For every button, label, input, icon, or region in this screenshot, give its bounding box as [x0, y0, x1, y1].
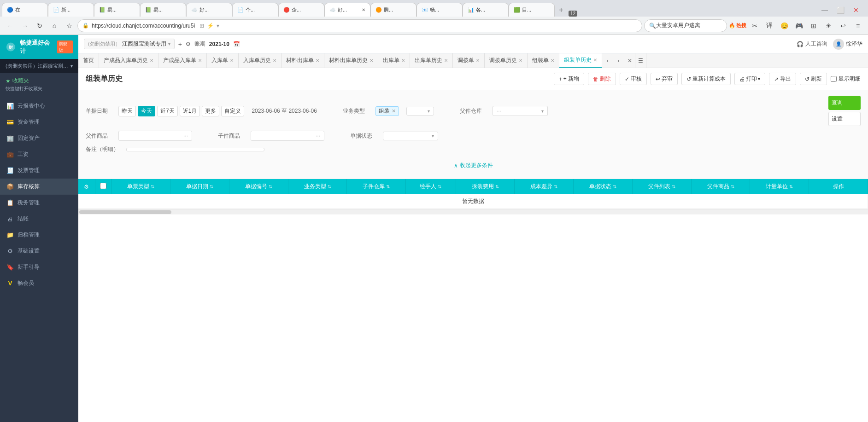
tab-transfer-close[interactable]: ✕	[476, 58, 480, 63]
export-button[interactable]: ↗ 导出	[769, 73, 796, 85]
browser-tab-6[interactable]: 📄 个...	[232, 3, 278, 17]
biz-type-dropdown[interactable]: ▾	[406, 107, 434, 116]
remarks-input[interactable]	[126, 148, 264, 151]
tab-prod-in-history[interactable]: 产成品入库单历史 ✕	[99, 53, 158, 68]
th-bill-date[interactable]: 单据日期 ⇅	[170, 179, 229, 194]
print-button[interactable]: 🖨 打印 ▾	[734, 73, 765, 85]
sidebar-item-assets[interactable]: 🏢 固定资产	[0, 130, 78, 146]
tab-close-current[interactable]: ✕	[624, 53, 635, 68]
tab-transfer-history-close[interactable]: ✕	[519, 58, 522, 63]
th-handler[interactable]: 经手人 ⇅	[406, 179, 456, 194]
help-button[interactable]: 🎧 人工咨询	[797, 40, 827, 48]
forward-button[interactable]: →	[18, 19, 31, 32]
th-bill-type[interactable]: 单票类型 ⇅	[111, 179, 170, 194]
browser-tab-7[interactable]: 🔴 企...	[278, 3, 324, 17]
tab-mat-out-history[interactable]: 材料出库单历史 ✕	[324, 53, 378, 68]
date-btn-today[interactable]: 今天	[138, 106, 155, 116]
tab-prod-in-close[interactable]: ✕	[198, 58, 202, 63]
date-btn-1month[interactable]: 近1月	[180, 106, 200, 116]
tab-out-history[interactable]: 出库单历史 ✕	[410, 53, 453, 68]
address-bar[interactable]: 🔒 https://cloud.chanjet.com/accounting/u…	[77, 19, 642, 32]
sidebar-item-payroll[interactable]: 💼 工资	[0, 146, 78, 162]
company-selector-sidebar[interactable]: (勿删勿禁用）江西服宝测试专用 ▾	[0, 59, 78, 73]
new-tab-button[interactable]: +	[555, 4, 568, 17]
horizontal-scrollbar[interactable]	[78, 209, 868, 214]
translate-tool[interactable]: 译	[763, 19, 776, 32]
th-biz-type[interactable]: 业务类型 ⇅	[288, 179, 347, 194]
th-bill-status[interactable]: 单据状态 ⇅	[574, 179, 633, 194]
maximize-btn[interactable]: ⬜	[834, 4, 847, 17]
tab-prod-in[interactable]: 产成品入库单 ✕	[158, 53, 207, 68]
tab-nav-prev[interactable]: ‹	[602, 53, 613, 68]
home-button[interactable]: ⌂	[48, 19, 61, 32]
quick-open-link[interactable]: 快捷键打开收藏夹	[6, 86, 73, 92]
show-detail-checkbox[interactable]	[831, 76, 837, 82]
tab-in-history[interactable]: 入库单历史 ✕	[239, 53, 282, 68]
tab-assembly[interactable]: 组装单 ✕	[528, 53, 559, 68]
tab-mat-out-close[interactable]: ✕	[316, 58, 319, 63]
company-selector-header[interactable]: (勿删勿禁用） 江西服宝测试专用 ▾	[84, 39, 175, 49]
dropdown-icon[interactable]: ▾	[217, 23, 219, 29]
tab-prod-in-history-close[interactable]: ✕	[150, 58, 153, 63]
settings-filter-button[interactable]: 设置	[828, 112, 861, 126]
column-settings-icon[interactable]: ⚙	[84, 184, 89, 190]
sidebar-item-member[interactable]: V 畅会员	[0, 275, 78, 291]
bookmark-title[interactable]: ★ 收藏夹	[6, 77, 73, 85]
th-parent-goods[interactable]: 父件商品 ⇅	[691, 179, 750, 194]
child-goods-input[interactable]: ···	[251, 131, 324, 141]
undo-tool[interactable]: ↩	[837, 19, 850, 32]
tab-transfer[interactable]: 调拨单 ✕	[453, 53, 485, 68]
browser-tab-12[interactable]: 🟩 目...	[509, 3, 555, 17]
browser-tab-2[interactable]: 📄 新...	[48, 3, 94, 17]
add-company-btn[interactable]: +	[178, 40, 182, 48]
sidebar-item-report[interactable]: 📊 云报表中心	[0, 98, 78, 114]
th-parent-list[interactable]: 父件列表 ⇅	[632, 179, 691, 194]
browser-tab-8[interactable]: ☁️ 好... ✕	[324, 3, 370, 17]
tab-mat-out[interactable]: 材料出库单 ✕	[282, 53, 324, 68]
tab-in-order[interactable]: 入库单 ✕	[207, 53, 239, 68]
th-checkbox[interactable]	[95, 179, 111, 194]
delete-button[interactable]: 🗑 删除	[588, 73, 616, 85]
tab-mat-out-history-close[interactable]: ✕	[369, 58, 373, 63]
qr-icon[interactable]: ⊞	[199, 23, 204, 29]
bill-status-dropdown[interactable]: ▾	[383, 132, 438, 140]
grid-tool[interactable]: ⊞	[807, 19, 820, 32]
parent-goods-input[interactable]: ···	[118, 131, 192, 141]
th-unit[interactable]: 计量单位 ⇅	[750, 179, 809, 194]
query-button[interactable]: 查询	[828, 96, 861, 110]
date-btn-7days[interactable]: 近7天	[157, 106, 178, 116]
browser-tab-1[interactable]: 🔵 在	[2, 3, 48, 17]
menu-tool[interactable]: ≡	[851, 19, 864, 32]
show-detail-checkbox-label[interactable]: 显示明细	[831, 75, 861, 83]
sidebar-item-settings[interactable]: ⚙ 基础设置	[0, 243, 78, 259]
minimize-btn[interactable]: —	[818, 4, 831, 17]
emoji-tool[interactable]: 😊	[778, 19, 791, 32]
browser-tab-3[interactable]: 📗 易...	[94, 3, 140, 17]
parent-goods-dots[interactable]: ···	[183, 133, 188, 139]
date-btn-more[interactable]: 更多	[202, 106, 219, 116]
refresh-button[interactable]: ↻	[33, 19, 46, 32]
tab-in-history-close[interactable]: ✕	[273, 58, 276, 63]
date-btn-custom[interactable]: 自定义	[221, 106, 244, 116]
browser-tab-10[interactable]: 📧 畅...	[416, 3, 463, 17]
browser-tab-11[interactable]: 📊 各...	[463, 3, 509, 17]
scissors-tool[interactable]: ✂	[748, 19, 761, 32]
tab-home[interactable]: 首页	[78, 53, 99, 68]
th-bill-number[interactable]: 单据编号 ⇅	[229, 179, 288, 194]
th-settings[interactable]: ⚙	[78, 179, 95, 194]
abandon-button[interactable]: ↩ 弃审	[651, 73, 678, 85]
date-btn-yesterday[interactable]: 昨天	[118, 106, 136, 116]
sidebar-item-finance[interactable]: 💳 资金管理	[0, 114, 78, 130]
sidebar-item-guide[interactable]: 🔖 新手引导	[0, 259, 78, 275]
browser-tab-4[interactable]: 📗 易...	[140, 3, 186, 17]
child-goods-dots[interactable]: ···	[316, 133, 320, 139]
browser-tab-5[interactable]: ☁️ 好...	[186, 3, 232, 17]
tab-out-order-close[interactable]: ✕	[401, 58, 405, 63]
tab8-close[interactable]: ✕	[362, 7, 365, 12]
sidebar-item-settlement[interactable]: 🖨 结账	[0, 211, 78, 227]
settings-gear-icon[interactable]: ⚙	[186, 41, 191, 47]
parent-warehouse-input[interactable]: ··· ▾	[493, 106, 548, 116]
tab-assembly-history-close[interactable]: ✕	[593, 58, 597, 63]
th-cost-diff[interactable]: 成本差异 ⇅	[515, 179, 574, 194]
close-btn[interactable]: ✕	[850, 4, 862, 17]
